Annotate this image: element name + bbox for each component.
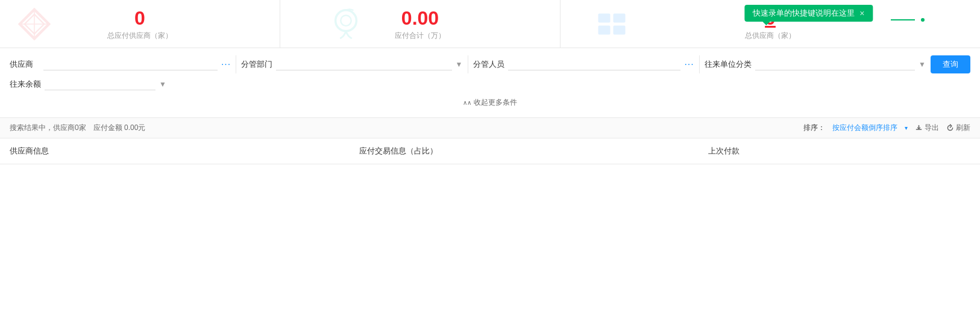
- sort-label: 排序：: [803, 123, 825, 133]
- balance-chevron: ▼: [159, 80, 166, 88]
- diamond-icon: [18, 8, 51, 40]
- col-transaction: 应付交易信息（占比）: [359, 146, 709, 157]
- col-supplier: 供应商信息: [10, 146, 359, 157]
- tooltip-dot: [920, 17, 926, 23]
- svg-rect-9: [614, 25, 626, 34]
- tooltip-text: 快速录单的快捷键说明在这里: [753, 8, 855, 19]
- unit-category-label: 往来单位分类: [705, 59, 752, 70]
- sort-value[interactable]: 按应付会额倒序排序: [832, 123, 897, 133]
- balance-input[interactable]: [45, 78, 155, 90]
- person-label: 分管人员: [473, 59, 504, 70]
- query-button[interactable]: 查询: [931, 55, 970, 73]
- department-chevron: ▼: [456, 60, 463, 69]
- summary-item-payable-total: 0.00 应付合计（万）: [280, 0, 561, 48]
- collapse-row: ∧∧ 收起更多条件: [10, 95, 970, 113]
- divider-2: [468, 55, 468, 73]
- blocks-icon: [597, 12, 627, 36]
- collapse-chevron-up: ∧∧: [463, 99, 471, 106]
- refresh-icon: [946, 124, 954, 132]
- sort-chevron[interactable]: ▾: [905, 125, 908, 131]
- result-bar: 搜索结果中，供应商0家 应付金额 0.00元 排序： 按应付会额倒序排序 ▾ 导…: [0, 118, 980, 138]
- result-bar-right: 排序： 按应付会额倒序排序 ▾ 导出 刷新: [803, 123, 970, 133]
- refresh-label: 刷新: [956, 123, 970, 133]
- tooltip-close[interactable]: ×: [859, 8, 864, 18]
- tooltip-bubble: 快速录单的快捷键说明在这里 ×: [744, 5, 873, 22]
- mint-icon: [328, 7, 363, 42]
- filter-balance: 往来余额 ▼: [10, 78, 166, 90]
- svg-point-5: [341, 15, 351, 25]
- summary-bar: 0 总应付供应商（家） 0.00 应付合计（万） 快速录单的快捷键说明在这里 ×: [0, 0, 980, 48]
- unit-category-input[interactable]: [755, 58, 915, 70]
- payable-total-label: 应付合计（万）: [395, 31, 445, 41]
- balance-label: 往来余额: [10, 79, 41, 90]
- col-lastpay: 上次付款: [708, 146, 970, 157]
- export-label: 导出: [925, 123, 939, 133]
- person-dots[interactable]: ···: [684, 59, 694, 70]
- total-suppliers-label: 总供应商（家）: [745, 31, 796, 41]
- table-area: 供应商信息 应付交易信息（占比） 上次付款: [0, 138, 980, 310]
- collapse-label: 收起更多条件: [474, 98, 517, 108]
- collapse-button[interactable]: ∧∧ 收起更多条件: [463, 98, 517, 108]
- unit-category-chevron: ▼: [919, 60, 926, 69]
- divider-3: [699, 55, 700, 73]
- svg-rect-6: [598, 13, 611, 22]
- supplier-dots[interactable]: ···: [221, 59, 231, 70]
- table-header: 供应商信息 应付交易信息（占比） 上次付款: [0, 138, 980, 164]
- filter-unit-category: 往来单位分类 ▼: [705, 58, 926, 70]
- payable-amount: 应付金额 0.00元: [93, 123, 146, 133]
- tooltip-connector: [891, 17, 926, 23]
- filter-department: 分管部门 ▼: [241, 58, 462, 70]
- svg-rect-8: [598, 25, 611, 34]
- result-bar-left: 搜索结果中，供应商0家 应付金额 0.00元: [10, 123, 145, 133]
- svg-rect-7: [614, 13, 626, 22]
- table-body: [0, 164, 980, 310]
- total-payable-suppliers-label: 总应付供应商（家）: [107, 31, 172, 41]
- refresh-button[interactable]: 刷新: [946, 123, 970, 133]
- supplier-label: 供应商: [10, 59, 40, 70]
- filter-area: 供应商 ··· 分管部门 ▼ 分管人员 ··· 往来单位分类 ▼ 查询: [0, 48, 980, 118]
- total-payable-suppliers-num: 0: [134, 7, 145, 29]
- svg-point-4: [336, 10, 357, 31]
- export-icon: [915, 124, 923, 132]
- tooltip-line: [891, 19, 915, 20]
- filter-person: 分管人员 ···: [473, 58, 694, 70]
- summary-item-total-suppliers: 快速录单的快捷键说明在这里 × 0 总供应商（家）: [561, 0, 980, 48]
- department-input[interactable]: [276, 58, 451, 70]
- department-label: 分管部门: [241, 59, 272, 70]
- filter-supplier: 供应商 ···: [10, 58, 231, 70]
- filter-row-1: 供应商 ··· 分管部门 ▼ 分管人员 ··· 往来单位分类 ▼ 查询: [10, 55, 970, 73]
- payable-total-num: 0.00: [401, 7, 439, 29]
- supplier-count: 搜索结果中，供应商0家: [10, 123, 86, 133]
- person-input[interactable]: [508, 58, 681, 70]
- summary-item-payable-suppliers: 0 总应付供应商（家）: [0, 0, 280, 48]
- supplier-input[interactable]: [43, 58, 218, 70]
- divider-1: [236, 55, 236, 73]
- filter-row-2: 往来余额 ▼: [10, 78, 970, 90]
- export-button[interactable]: 导出: [915, 123, 939, 133]
